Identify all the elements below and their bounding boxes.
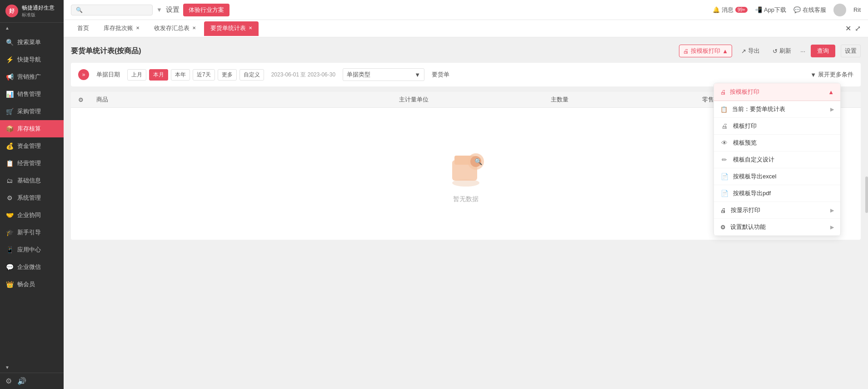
scroll-down-btn[interactable]: ▼: [4, 364, 11, 371]
search-bar[interactable]: 🔍: [71, 5, 153, 15]
expand-more-btn[interactable]: ▼ 展开更多条件: [810, 71, 853, 79]
dropdown-default-function[interactable]: ⚙ 设置默认功能 ▶: [714, 219, 840, 236]
sidebar-item-operations[interactable]: 📋 经营管理: [0, 155, 64, 172]
template-preview-icon: 👁: [720, 139, 728, 147]
date-btn-custom[interactable]: 自定义: [239, 69, 264, 81]
default-function-chevron: ▶: [830, 224, 834, 230]
dropdown-export-excel[interactable]: 📄 按模板导出excel: [714, 168, 840, 185]
gear-icon[interactable]: 设置: [166, 5, 180, 14]
minimize-window-btn[interactable]: ✕: [845, 24, 851, 33]
app-logo: 好 畅捷通好生意 标准版: [0, 0, 64, 23]
app-name: 畅捷通好生意 标准版: [22, 5, 55, 18]
purchase-icon: 🛒: [5, 107, 14, 116]
date-btn-current-year[interactable]: 本年: [171, 69, 190, 81]
app-download-btn[interactable]: 📲 App下载: [755, 6, 786, 14]
dropdown-arrow-icon[interactable]: ▼: [156, 6, 162, 13]
date-filters: 上月 本月 本年 近7天 更多 自定义: [127, 69, 264, 81]
dropdown-header[interactable]: 🖨 按模板打印 ▲: [714, 83, 840, 101]
current-template-icon: 📋: [720, 106, 728, 113]
dropdown-current-item[interactable]: 📋 当前：要货单统计表 ▶: [714, 101, 840, 118]
page-content: 要货单统计表(按商品) 🖨 按模板打印 ▲ ↗ 导出 ↺ 刷新 ··· 查询: [64, 37, 868, 389]
filter-toggle-btn[interactable]: »: [78, 69, 89, 80]
operations-icon: 📋: [5, 159, 14, 167]
sidebar-item-enterprise[interactable]: 🤝 企业协同: [0, 207, 64, 224]
dropdown-display-print[interactable]: 🖨 按显示打印 ▶: [714, 202, 840, 219]
settings-btn[interactable]: 设置: [841, 45, 861, 57]
date-btn-current-month[interactable]: 本月: [149, 69, 168, 81]
date-btn-last-7days[interactable]: 近7天: [193, 69, 215, 81]
export-btn[interactable]: ↗ 导出: [738, 45, 763, 57]
tabs-right: ✕ ⤢: [845, 24, 861, 33]
topbar-right: 🔔 消息 99+ 📲 App下载 💬 在线客服 Rit: [713, 4, 861, 16]
trial-btn[interactable]: 体验行业方案: [183, 4, 229, 16]
refresh-btn[interactable]: ↺ 刷新: [769, 45, 795, 57]
member-icon: 👑: [5, 280, 14, 288]
sidebar-item-guide[interactable]: 🎓 新手引导: [0, 224, 64, 241]
sidebar-item-appstore[interactable]: 📱 应用中心: [0, 241, 64, 258]
download-icon: 📲: [755, 6, 762, 13]
sound-bottom-icon[interactable]: 🔊: [17, 377, 26, 385]
sidebar-item-marketing[interactable]: 📢 营销推广: [0, 68, 64, 86]
settings-bottom-icon[interactable]: ⚙: [5, 377, 12, 385]
printer-icon: 🖨: [683, 48, 689, 55]
column-settings-icon[interactable]: ⚙: [78, 96, 84, 103]
filter-row: » 单据日期 上月 本月 本年 近7天 更多 自定义 2023-06-01 至 …: [78, 68, 853, 81]
date-btn-prev-month[interactable]: 上月: [127, 69, 146, 81]
empty-icon: 🔍: [443, 144, 489, 190]
sidebar-item-basic[interactable]: 🗂 基础信息: [0, 172, 64, 189]
dropdown-chevron-up[interactable]: ▲: [828, 89, 834, 96]
user-avatar[interactable]: [833, 4, 846, 16]
col-settings[interactable]: ⚙: [78, 96, 96, 103]
export-excel-icon: 📄: [720, 173, 728, 180]
sidebar-item-inventory[interactable]: 📦 库存核算: [0, 120, 64, 137]
order-type-filter[interactable]: 单据类型 ▼: [343, 68, 424, 81]
sidebar-item-search[interactable]: 🔍 搜索菜单: [0, 34, 64, 51]
tab-close-order-stats[interactable]: ✕: [249, 25, 252, 30]
sidebar-item-sales[interactable]: 📊 销售管理: [0, 86, 64, 103]
chevron-up-icon: ▲: [722, 48, 728, 55]
sidebar-item-purchase[interactable]: 🛒 采购管理: [0, 103, 64, 120]
col-product: 商品: [96, 96, 399, 104]
sidebar-item-quick-nav[interactable]: ⚡ 快捷导航: [0, 51, 64, 68]
empty-text: 暂无数据: [453, 195, 479, 203]
svg-text:🔍: 🔍: [474, 158, 483, 166]
inventory-icon: 📦: [5, 125, 14, 133]
messages-badge: 99+: [735, 7, 748, 13]
messages-btn[interactable]: 🔔 消息 99+: [713, 6, 748, 14]
service-icon: 💬: [793, 6, 801, 13]
right-scrollbar[interactable]: [865, 177, 868, 213]
tab-close-inventory-batch[interactable]: ✕: [136, 25, 140, 30]
date-btn-more[interactable]: 更多: [218, 69, 237, 81]
user-name[interactable]: Rit: [853, 6, 861, 13]
dropdown-template-print[interactable]: 🖨 模板打印: [714, 118, 840, 135]
tab-order-stats[interactable]: 要货单统计表 ✕: [204, 21, 259, 36]
dropdown-export-pdf[interactable]: 📄 按模板导出pdf: [714, 185, 840, 202]
sidebar-bottom: ⚙ 🔊: [0, 373, 64, 389]
sidebar-item-wechat[interactable]: 💬 企业微信: [0, 258, 64, 276]
order-type-dropdown-icon: ▼: [414, 71, 420, 78]
sidebar-item-system[interactable]: ⚙ 系统管理: [0, 189, 64, 207]
sidebar-item-member[interactable]: 👑 畅会员: [0, 276, 64, 293]
sidebar-item-finance[interactable]: 💰 资金管理: [0, 137, 64, 155]
tab-receipt-summary[interactable]: 收发存汇总表 ✕: [148, 21, 202, 36]
enterprise-icon: 🤝: [5, 211, 14, 219]
online-service-btn[interactable]: 💬 在线客服: [793, 6, 826, 14]
dropdown-template-custom[interactable]: ✏ 模板自定义设计: [714, 152, 840, 168]
template-print-btn[interactable]: 🖨 按模板打印 ▲: [679, 45, 732, 57]
query-btn[interactable]: 查询: [811, 45, 835, 57]
appstore-icon: 📱: [5, 246, 14, 254]
main-area: 🔍 ▼ 设置 体验行业方案 🔔 消息 99+ 📲 App下载 💬 在线客服 Ri…: [64, 0, 868, 389]
default-function-icon: ⚙: [720, 224, 726, 231]
tab-home[interactable]: 首页: [71, 21, 95, 36]
export-pdf-icon: 📄: [720, 190, 728, 197]
more-options-btn[interactable]: ···: [800, 48, 805, 55]
dropdown-print-icon: 🖨: [720, 89, 726, 96]
tab-inventory-batch[interactable]: 库存批次账 ✕: [97, 21, 146, 36]
scroll-up-btn[interactable]: ▲: [4, 25, 11, 32]
date-range-display: 2023-06-01 至 2023-06-30: [271, 71, 335, 79]
tab-close-receipt-summary[interactable]: ✕: [192, 25, 196, 30]
maximize-window-btn[interactable]: ⤢: [855, 24, 861, 33]
export-icon: ↗: [741, 48, 746, 55]
dropdown-template-preview[interactable]: 👁 模板预览: [714, 135, 840, 152]
col-unit: 主计量单位: [399, 96, 550, 104]
